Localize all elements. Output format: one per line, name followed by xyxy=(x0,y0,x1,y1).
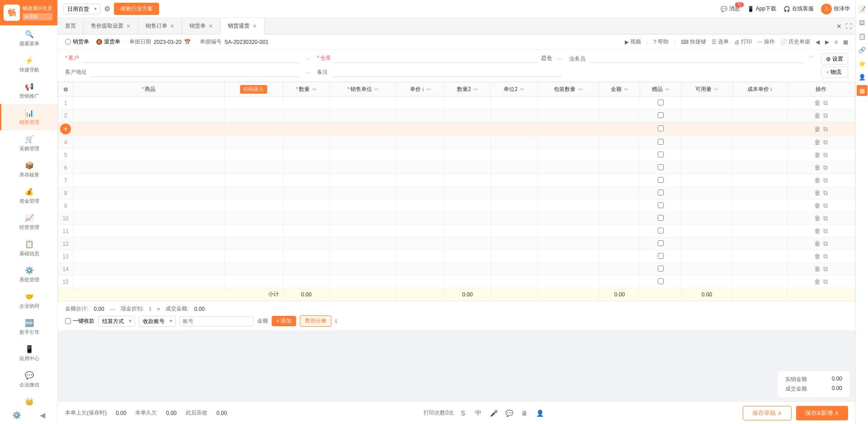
product-cell-13[interactable] xyxy=(73,250,225,263)
delete-row-btn-12[interactable]: 🗑 xyxy=(814,240,821,248)
col-unit2-drag[interactable]: ⇔ xyxy=(520,86,524,92)
next-bill-btn[interactable]: ▶ xyxy=(825,39,829,45)
gift-checkbox-13[interactable] xyxy=(658,253,664,259)
unit-cell-5[interactable] xyxy=(330,149,397,162)
staff-input[interactable] xyxy=(589,53,804,63)
available-cell-12[interactable] xyxy=(681,238,732,250)
qty2-cell-2[interactable] xyxy=(444,110,491,122)
gift-cell-14[interactable] xyxy=(640,263,681,276)
sidebar-item-basic-info[interactable]: 📋基础信息 xyxy=(0,235,57,262)
copy-row-btn-8[interactable]: ⧉ xyxy=(823,189,828,197)
radio-return-bill-input[interactable] xyxy=(96,39,102,45)
cost-price-cell-6[interactable] xyxy=(732,162,787,174)
qty2-cell-6[interactable] xyxy=(444,162,491,174)
copy-row-btn-13[interactable]: ⧉ xyxy=(823,252,828,260)
amount-cell-14[interactable] xyxy=(599,263,640,276)
tab-home[interactable]: 首页 xyxy=(58,18,84,34)
qty2-cell-3[interactable] xyxy=(444,122,491,136)
sidebar-item-quicknav[interactable]: ⚡快捷导航 xyxy=(0,52,57,78)
copy-row-btn-4[interactable]: ⧉ xyxy=(823,138,828,146)
product-cell-14[interactable] xyxy=(73,263,225,276)
cost-price-cell-7[interactable] xyxy=(732,174,787,187)
gift-checkbox-3[interactable] xyxy=(658,125,664,131)
qty2-cell-1[interactable] xyxy=(444,97,491,110)
pkg-qty-cell-4[interactable] xyxy=(538,136,599,149)
unit-cell-11[interactable] xyxy=(330,225,397,238)
gift-checkbox-2[interactable] xyxy=(658,112,664,118)
print-btn[interactable]: 🖨打印 xyxy=(734,38,752,46)
available-cell-6[interactable] xyxy=(681,162,732,174)
user-profile[interactable]: 人 徐泽华 xyxy=(821,4,850,14)
available-cell-10[interactable] xyxy=(681,212,732,225)
pkg-qty-cell-3[interactable] xyxy=(538,122,599,136)
save-new-btn[interactable]: 保存&新增 ∧ xyxy=(796,406,848,420)
amount-cell-4[interactable] xyxy=(599,136,640,149)
product-cell-1[interactable] xyxy=(73,97,225,110)
tab-price-extract[interactable]: 售价提取设置 ✕ xyxy=(84,18,138,34)
one-key-payment-input[interactable] xyxy=(65,318,71,324)
product-cell-11[interactable] xyxy=(73,225,225,238)
qty2-cell-10[interactable] xyxy=(444,212,491,225)
prev-bill-btn[interactable]: ◀ xyxy=(816,39,820,45)
pkg-qty-cell-15[interactable] xyxy=(538,276,599,288)
qty-cell-3[interactable] xyxy=(283,122,330,136)
tab-close-btn[interactable]: ✕ xyxy=(836,23,842,30)
trial-btn[interactable]: 体验行业方案 xyxy=(114,3,159,15)
qty2-cell-5[interactable] xyxy=(444,149,491,162)
price-cell-9[interactable] xyxy=(397,200,444,212)
tab-sales-bill[interactable]: 销货单 ✕ xyxy=(182,18,221,34)
gift-cell-5[interactable] xyxy=(640,149,681,162)
col-unit-drag[interactable]: ⇔ xyxy=(374,86,379,92)
gift-cell-13[interactable] xyxy=(640,250,681,263)
price-cell-4[interactable] xyxy=(397,136,444,149)
sidebar-item-member[interactable]: 👑畅会员 xyxy=(0,393,57,406)
amount-cell-9[interactable] xyxy=(599,200,640,212)
rp-star-icon[interactable]: ⭐ xyxy=(857,58,868,69)
qty2-cell-12[interactable] xyxy=(444,238,491,250)
pkg-qty-cell-8[interactable] xyxy=(538,187,599,200)
product-cell-12[interactable] xyxy=(73,238,225,250)
unit-cell-14[interactable] xyxy=(330,263,397,276)
tool-person-icon[interactable]: 👤 xyxy=(533,407,546,419)
pkg-qty-cell-5[interactable] xyxy=(538,149,599,162)
sidebar-item-sales[interactable]: 📊销售管理 xyxy=(0,104,57,130)
product-cell-2[interactable] xyxy=(73,110,225,122)
copy-row-btn-1[interactable]: ⧉ xyxy=(823,99,828,107)
available-cell-2[interactable] xyxy=(681,110,732,122)
account-number-input[interactable] xyxy=(179,316,254,326)
gift-checkbox-11[interactable] xyxy=(658,228,664,233)
select-btn[interactable]: ☰选单 xyxy=(712,38,729,46)
gift-cell-7[interactable] xyxy=(640,174,681,187)
message-btn[interactable]: 💬 消息 70 xyxy=(721,5,740,13)
add-row-btn-3[interactable]: + xyxy=(60,124,71,134)
cost-price-cell-11[interactable] xyxy=(732,225,787,238)
copy-row-btn-5[interactable]: ⧉ xyxy=(823,151,828,159)
cost-price-cell-15[interactable] xyxy=(732,276,787,288)
copy-row-btn-6[interactable]: ⧉ xyxy=(823,164,828,172)
price-cell-14[interactable] xyxy=(397,263,444,276)
available-cell-9[interactable] xyxy=(681,200,732,212)
unit-cell-13[interactable] xyxy=(330,250,397,263)
account-select-wrapper[interactable]: 收款账号 ▼ xyxy=(139,316,176,327)
pkg-qty-cell-12[interactable] xyxy=(538,238,599,250)
unit-cell-4[interactable] xyxy=(330,136,397,149)
gift-cell-6[interactable] xyxy=(640,162,681,174)
product-cell-15[interactable] xyxy=(73,276,225,288)
warehouse-input[interactable] xyxy=(335,53,538,63)
col-amount-drag[interactable]: ⇔ xyxy=(624,86,628,92)
settlement-select[interactable]: 结算方式 xyxy=(98,316,135,327)
amount-cell-3[interactable] xyxy=(599,122,640,136)
price-info-icon[interactable]: ℹ xyxy=(422,87,424,92)
address-dots-btn[interactable]: ··· xyxy=(305,69,310,76)
unit-cell-10[interactable] xyxy=(330,212,397,225)
unit-cell-15[interactable] xyxy=(330,276,397,288)
sidebar-item-inventory[interactable]: 📦库存核算 xyxy=(0,157,57,183)
copy-row-btn-11[interactable]: ⧉ xyxy=(823,227,828,235)
col-qty2-drag[interactable]: ⇔ xyxy=(473,86,478,92)
module-select[interactable]: 日用百货 xyxy=(63,4,100,14)
delete-row-btn-1[interactable]: 🗑 xyxy=(814,99,821,107)
cost-price-cell-13[interactable] xyxy=(732,250,787,263)
qty-cell-1[interactable] xyxy=(283,97,330,110)
gift-checkbox-6[interactable] xyxy=(658,164,664,170)
cost-price-cell-4[interactable] xyxy=(732,136,787,149)
